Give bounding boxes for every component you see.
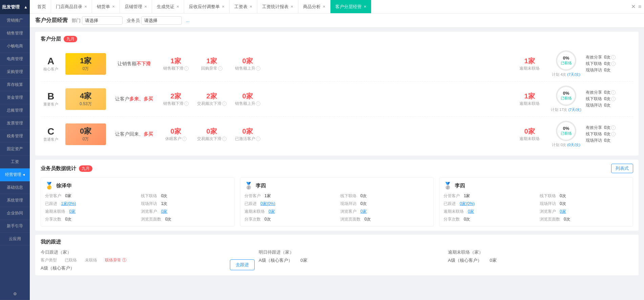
tier-stat-a-3-label: 销售额上升 i [235, 66, 260, 71]
info-icon-rb-2[interactable]: i [611, 97, 616, 101]
info-icon-c-2[interactable]: i [222, 137, 227, 141]
sidebar-item-资金管理[interactable]: 资金管理 [0, 91, 30, 104]
tier-stat-b-2-label: 交易频次下滑 i [197, 101, 227, 107]
customer-section-title: 客户分层 [41, 36, 61, 42]
tab-close-生成凭证[interactable]: ✕ [176, 5, 179, 8]
tab-close-销货单[interactable]: ✕ [112, 5, 115, 8]
info-icon-rc-2[interactable]: i [611, 132, 616, 136]
list-view-btn[interactable]: 列表式 [611, 164, 633, 173]
tier-count-a: 1家 0万 [64, 50, 108, 77]
info-icon-c-3[interactable]: i [256, 137, 260, 141]
tab-close-工资表[interactable]: ✕ [250, 5, 252, 8]
tab-close-工资统计报表[interactable]: ✕ [291, 5, 293, 8]
tab-工资统计报表[interactable]: 工资统计报表 ✕ [257, 0, 298, 14]
staff-stat-1-现场拜访: 现场拜访 0次 [340, 201, 429, 207]
staff-stat-2-分享次数: 分享次数 0次 [444, 216, 533, 222]
tab-工资表[interactable]: 工资表 ✕ [230, 0, 257, 14]
staff-stat-2-已跟进: 已跟进 0家(0%) [444, 201, 533, 207]
tier-contact-num-a: 1家 [524, 56, 535, 66]
followup-today-title: 今日跟进（家） [41, 249, 226, 255]
tab-店铺管理[interactable]: 店铺管理 ✕ [120, 0, 152, 14]
tab-close-商品分析[interactable]: ✕ [323, 5, 325, 8]
staff-card-0: 🥇 徐泽华 分管客户 0家 线下联络 0次 已跟进 1家(0%) 现场拜访 1次… [41, 177, 235, 227]
sidebar-logo-text: 批发管理 [2, 4, 20, 10]
info-icon-a-2[interactable]: i [218, 66, 222, 71]
tier-stat-c-3: 0家 已激活客户 i [232, 127, 263, 142]
tier-circle-shape-a: 0% 已联络 [556, 50, 576, 71]
tier-stat-c-3-num: 0家 [242, 127, 253, 136]
tier-contact-num-c: 0家 [524, 127, 535, 136]
sidebar-expand-icon[interactable]: ▲ [24, 5, 28, 9]
followup-overdue-col: 逾期未联络（家） A级（核心客户） 0家 [448, 249, 633, 263]
sidebar-item-经营管理[interactable]: 经营管理 ◂ [0, 168, 30, 181]
info-icon-b-3[interactable]: i [256, 101, 260, 106]
tab-bar-actions: ✕ ≡ [631, 3, 641, 10]
info-icon-a-3[interactable]: i [256, 66, 260, 71]
sidebar-item-新手引导[interactable]: 新手引导 [0, 220, 30, 233]
info-icon-ra-2[interactable]: i [611, 62, 616, 66]
info-icon-a-1[interactable]: i [184, 66, 189, 71]
customer-month-badge: 九月 [64, 36, 77, 42]
staff-stat-0-分享次数: 分享次数 0次 [45, 216, 134, 222]
followup-today-row: 客户类型 已联络 未联络 联络异常 ① [41, 257, 226, 263]
sidebar-item-工资[interactable]: 工资 [0, 156, 30, 168]
staff-filter: 业务员 请选择 [127, 16, 182, 25]
tab-close-应收应付调整单[interactable]: ✕ [222, 5, 224, 8]
tab-客户分层经营[interactable]: 客户分层经营 ✕ [330, 0, 371, 14]
sidebar-item-云应用[interactable]: 云应用 [0, 233, 30, 246]
tab-生成凭证[interactable]: 生成凭证 ✕ [152, 0, 184, 14]
staff-stat-0-现场拜访: 现场拜访 1次 [141, 201, 230, 207]
tab-close-客户分层经营[interactable]: ✕ [364, 5, 366, 8]
tier-slogan-b: 让客户多来、多买 [110, 86, 158, 112]
sidebar-item-采购管理[interactable]: 采购管理 [0, 66, 30, 78]
tier-stat-b-3-label: 销售额上升 i [235, 101, 260, 107]
sidebar-item-销售管理[interactable]: 销售管理 [0, 27, 30, 40]
tier-contact-b: 1家 逾期未联络 [513, 86, 546, 112]
sidebar-item-营销推广[interactable]: 营销推广 [0, 14, 30, 27]
tier-count-sub-b: 0.53万 [80, 101, 91, 107]
sidebar-item-基础信息[interactable]: 基础信息 [0, 181, 30, 194]
sidebar-item-固定资产[interactable]: 固定资产 [0, 143, 30, 156]
tier-circle-freq-b: (7天/次) [568, 108, 581, 112]
tab-商品分析[interactable]: 商品分析 ✕ [298, 0, 330, 14]
sidebar-item-总账管理[interactable]: 总账管理 [0, 104, 30, 117]
info-icon-ra-1[interactable]: i [611, 55, 616, 60]
tier-slogan-highlight-b: 多来、多买 [129, 96, 153, 102]
tab-close-店铺管理[interactable]: ✕ [144, 5, 147, 8]
info-icon-rb-1[interactable]: i [611, 90, 616, 95]
tab-应收应付调整单[interactable]: 应收应付调整单 ✕ [184, 0, 230, 14]
sidebar-item-系统管理[interactable]: 系统管理 [0, 194, 30, 207]
tier-right-val-a-2: 0次 [604, 61, 610, 67]
sidebar-item-税务管理[interactable]: 税务管理 [0, 130, 30, 143]
tab-close-all-icon[interactable]: ✕ [631, 3, 636, 10]
dept-select[interactable]: 请选择 [82, 16, 123, 25]
goto-followup-btn[interactable]: 去跟进 [230, 259, 255, 270]
info-icon-rc-1[interactable]: i [611, 125, 616, 130]
sidebar-item-小畅电商[interactable]: 小畅电商 [0, 40, 30, 53]
tier-row-a: A 核心客户 1家 0万 让销售额不下滑 1家 销售额下滑 i [41, 46, 633, 82]
info-icon-c-1[interactable]: i [182, 137, 187, 141]
staff-stat-0-逾期未联络: 逾期未联络 0家 [45, 209, 134, 214]
sidebar-item-企业协同[interactable]: 企业协同 [0, 207, 30, 220]
filter-more-btn[interactable]: ... [186, 18, 190, 23]
tab-首页[interactable]: 首页 [33, 0, 51, 14]
staff-select[interactable]: 请选择 [141, 16, 182, 25]
tab-close-门店商品目录[interactable]: ✕ [84, 5, 87, 8]
tab-门店商品目录[interactable]: 门店商品目录 ✕ [51, 0, 92, 14]
tier-stat-c-2: 0家 交易频次下滑 i [196, 127, 227, 142]
staff-medal-2: 🥈 [444, 182, 452, 190]
info-icon-b-2[interactable]: i [222, 101, 227, 106]
tier-circle-label-a: 计划 4次 (7天/次) [552, 72, 580, 77]
tab-more-icon[interactable]: ≡ [638, 4, 641, 10]
info-icon-b-1[interactable]: i [184, 101, 189, 106]
sidebar-item-库存核算[interactable]: 库存核算 [0, 78, 30, 91]
followup-overdue-a-row: A级（核心客户） 0家 [448, 257, 633, 263]
followup-overdue-title: 逾期未联络（家） [448, 249, 633, 255]
tier-contact-label-c: 逾期未联络 [519, 136, 540, 142]
sidebar-item-发票管理[interactable]: 发票管理 [0, 117, 30, 130]
tier-stat-b-3: 0家 销售额上升 i [232, 92, 263, 107]
tab-销货单[interactable]: 销货单 ✕ [92, 0, 120, 14]
tier-slogan-highlight-c: 多买 [144, 131, 153, 137]
sidebar-item-settings[interactable]: ⚙ [0, 288, 30, 300]
sidebar-item-电商管理[interactable]: 电商管理 [0, 53, 30, 66]
